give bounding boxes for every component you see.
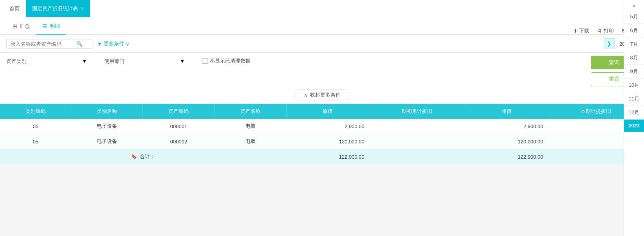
active-tab[interactable]: 固定资产折旧统计表 × — [26, 0, 90, 17]
total-icon: 🔖 — [131, 154, 137, 159]
cell-original: 2,900.00 — [286, 119, 369, 134]
department-select[interactable]: ▼ — [128, 57, 186, 65]
table-row: 05 电子设备 000002 电脑 120,000.00 120,000.00 — [0, 134, 644, 149]
cell-cat-name: 电子设备 — [71, 119, 143, 134]
chevron-down-icon: ∨ — [126, 41, 130, 47]
month-10[interactable]: 10月 — [624, 79, 644, 92]
month-8[interactable]: 8月 — [624, 51, 644, 65]
total-net-value: 122,900.00 — [465, 149, 548, 164]
more-filter-button[interactable]: ▼ 更多条件 ∨ — [97, 40, 130, 47]
cell-cat-code: 05 — [0, 119, 71, 134]
month-7[interactable]: 7月 — [624, 38, 644, 51]
print-icon: 🖨 — [597, 28, 602, 34]
arrow-right-icon: ❯ — [607, 41, 612, 47]
cell-asset-name: 电脑 — [215, 119, 286, 134]
collapse-label: 收起更多条件 — [310, 91, 341, 98]
month-6[interactable]: 6月 — [624, 24, 644, 38]
total-accumulated — [369, 149, 465, 164]
department-filter-group: 使用部门 ▼ — [104, 57, 186, 65]
cell-cat-name: 电子设备 — [71, 134, 143, 149]
search-input[interactable] — [11, 41, 73, 47]
exclude-cleared-filter-group: 不显示已清理数据 — [202, 57, 251, 64]
col-cat-name: 类别名称 — [71, 104, 143, 119]
month-9[interactable]: 9月 — [624, 65, 644, 79]
col-original: 原值 — [286, 104, 369, 119]
print-button[interactable]: 🖨 打印 — [597, 27, 614, 34]
month-scroll-up-button[interactable]: ▲ — [624, 0, 644, 10]
total-text: 合计： — [140, 154, 155, 159]
download-label: 下载 — [579, 27, 589, 34]
table-header-row: 类别编码 类别名称 资产编码 资产名称 原值 期初累计折旧 净值 本期计提折旧 — [0, 104, 644, 119]
home-nav-item[interactable]: 首页 — [6, 5, 23, 12]
col-cat-code: 类别编码 — [0, 104, 71, 119]
data-table-wrap: 类别编码 类别名称 资产编码 资产名称 原值 期初累计折旧 净值 本期计提折旧 … — [0, 104, 644, 164]
department-label: 使用部门 — [104, 58, 124, 65]
month-panel: ▲ 5月 6月 7月 8月 9月 10月 11月 12月 2023 — [624, 0, 644, 236]
exclude-cleared-label: 不显示已清理数据 — [210, 57, 251, 64]
exclude-cleared-checkbox[interactable] — [202, 58, 207, 64]
search-icon: 🔍 — [76, 41, 83, 47]
cell-net-value: 2,900.00 — [465, 119, 548, 134]
collapse-button[interactable]: ∧ 收起更多条件 — [294, 89, 350, 100]
table-row: 05 电子设备 000001 电脑 2,900.00 2,900.00 — [0, 119, 644, 134]
asset-type-select[interactable]: ▼ — [30, 57, 88, 65]
tab-summary[interactable]: ⊞ 汇总 — [6, 18, 36, 35]
detail-icon: ☰ — [42, 23, 47, 29]
search-input-wrap[interactable]: 🔍 — [6, 39, 92, 49]
cell-asset-name: 电脑 — [215, 134, 286, 149]
cell-cat-code: 05 — [0, 134, 71, 149]
summary-icon: ⊞ — [13, 23, 17, 29]
expand-panel-button[interactable]: ❯ — [604, 38, 615, 49]
cell-original: 120,000.00 — [286, 134, 369, 149]
collapse-bar: ∧ 收起更多条件 — [0, 86, 644, 104]
table-total-row: 🔖 合计： 122,900.00 122,900.00 — [0, 149, 644, 164]
month-11[interactable]: 11月 — [624, 92, 644, 106]
month-5[interactable]: 5月 — [624, 10, 644, 24]
print-label: 打印 — [604, 27, 614, 34]
cell-accumulated — [369, 134, 465, 149]
col-accumulated: 期初累计折旧 — [369, 104, 465, 119]
month-12[interactable]: 12月 — [624, 106, 644, 120]
table-body: 05 电子设备 000001 电脑 2,900.00 2,900.00 05 电… — [0, 119, 644, 164]
tabs-row: ⊞ 汇总 ☰ 明细 ⬇ 下载 🖨 打印 ↻ 刷新 — [0, 17, 644, 35]
cell-asset-code: 000001 — [143, 119, 215, 134]
col-asset-code: 资产编码 — [143, 104, 215, 119]
filter-icon: ▼ — [97, 41, 102, 47]
cell-asset-code: 000002 — [143, 134, 215, 149]
total-original: 122,900.00 — [286, 149, 369, 164]
download-icon: ⬇ — [573, 28, 577, 34]
cell-net-value: 120,000.00 — [465, 134, 548, 149]
data-table: 类别编码 类别名称 资产编码 资产名称 原值 期初累计折旧 净值 本期计提折旧 … — [0, 104, 644, 164]
more-filter-label: 更多条件 — [104, 40, 124, 47]
download-button[interactable]: ⬇ 下载 — [573, 27, 589, 34]
col-net-value: 净值 — [465, 104, 548, 119]
col-asset-name: 资产名称 — [215, 104, 286, 119]
tab-close-icon[interactable]: × — [81, 6, 84, 11]
collapse-icon: ∧ — [304, 92, 308, 98]
asset-type-filter-group: 资产类别 ▼ — [6, 57, 88, 65]
tab-detail[interactable]: ☰ 明细 — [36, 18, 66, 35]
filter-row: 资产类别 ▼ 使用部门 ▼ 不显示已清理数据 查询 重置 — [0, 53, 644, 86]
tab-title: 固定资产折旧统计表 — [32, 5, 78, 12]
cell-accumulated — [369, 119, 465, 134]
asset-type-chevron-icon: ▼ — [82, 58, 87, 64]
department-chevron-icon: ▼ — [180, 58, 185, 64]
search-bar: 🔍 ▼ 更多条件 ∨ ❯ 2023.01 — [0, 35, 644, 53]
asset-type-label: 资产类别 — [6, 58, 27, 65]
summary-tab-label: 汇总 — [20, 23, 30, 30]
total-label: 🔖 合计： — [0, 149, 286, 164]
detail-tab-label: 明细 — [50, 23, 60, 30]
year-label[interactable]: 2023 — [624, 120, 644, 132]
top-nav: 首页 固定资产折旧统计表 × × — [0, 0, 644, 17]
